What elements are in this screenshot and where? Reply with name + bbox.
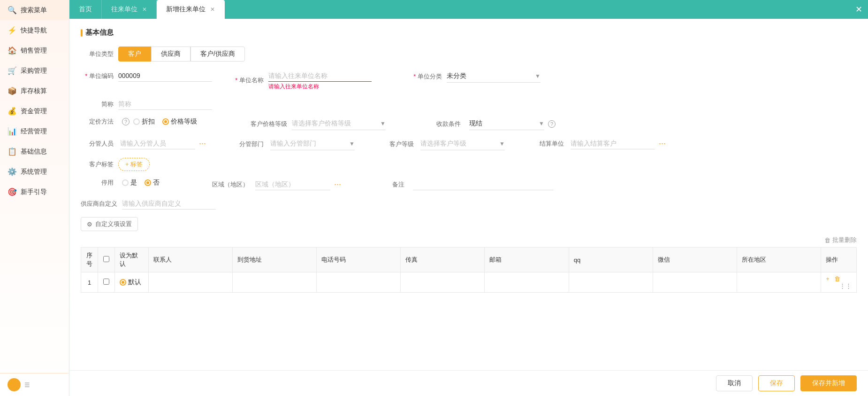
sidebar-label-new-guide: 新手引导 [21,188,47,196]
unit-name-input[interactable] [268,70,372,82]
fax-input[interactable] [405,279,480,286]
sidebar-item-purchase-mgmt[interactable]: 🛒 采购管理 [0,61,69,81]
customer-level-select[interactable]: 请选择客户等级 ▼ [420,138,505,150]
pricing-discount-radio-circle [133,118,140,125]
unit-category-label-text: 单位分类 [418,73,442,80]
delivery-address-input[interactable] [237,279,312,286]
payment-terms-select[interactable]: 现结 ▼ [469,117,544,130]
td-delivery-address[interactable] [232,272,316,293]
payment-terms-label: 收款条件 [428,120,465,128]
custom-setting-label: 自定义项设置 [95,220,132,228]
td-default[interactable]: 默认 [115,272,149,293]
form-group-abbreviation: 简称 [81,98,231,110]
row-add-button[interactable]: + [826,275,830,282]
select-all-checkbox[interactable] [103,256,109,262]
contact-input[interactable] [153,279,228,286]
settlement-unit-input[interactable] [571,138,655,149]
disabled-yes-radio[interactable]: 是 [122,179,137,187]
pricing-help-icon[interactable]: ? [122,118,129,125]
region-more-dots[interactable]: ··· [332,179,343,189]
disabled-no-circle [145,179,151,186]
pricing-method-label-text: 定价方法 [89,118,114,125]
payment-terms-help-icon[interactable]: ? [548,120,556,128]
tab-trading-units[interactable]: 往来单位 ✕ [102,0,157,19]
save-new-button[interactable]: 保存并新增 [800,375,857,391]
unit-category-select[interactable]: 未分类 ▼ [447,70,541,83]
th-fax: 传真 [401,248,485,272]
dept-select[interactable]: 请输入分管部门 ▼ [270,138,355,150]
customer-price-level-label: 客户价格等级 [250,120,292,128]
disabled-radio-group: 是 否 [122,179,160,187]
batch-delete-label: 批量删除 [832,236,857,244]
sidebar-label-inventory-calc: 库存核算 [21,87,47,95]
purchase-icon: 🛒 [8,66,17,75]
tab-home-label: 首页 [79,5,92,14]
dept-value: 请输入分管部门 [270,138,349,150]
email-input[interactable] [489,279,563,286]
row-delete-button[interactable]: 🗑 [834,275,840,282]
unit-code-input[interactable] [118,70,212,82]
td-checkbox[interactable] [98,272,115,293]
pricing-discount-radio[interactable]: 折扣 [133,117,155,126]
custom-setting-button[interactable]: ⚙ 自定义项设置 [81,217,138,231]
sidebar-item-ops-mgmt[interactable]: 📊 经营管理 [0,121,69,141]
customer-price-level-select[interactable]: 请选择客户价格等级 ▼ [292,117,386,130]
abbreviation-input[interactable] [118,98,212,110]
window-close-button[interactable]: ✕ [855,4,862,15]
unit-type-both-button[interactable]: 客户/供应商 [190,47,245,62]
sidebar-item-basic-info[interactable]: 📋 基础信息 [0,141,69,162]
unit-type-customer-button[interactable]: 客户 [118,47,151,62]
supplier-custom-input[interactable] [122,198,216,210]
td-phone[interactable] [317,272,401,293]
td-region[interactable] [737,272,821,293]
tab-new-trading-unit-close[interactable]: ✕ [210,6,215,13]
td-email[interactable] [485,272,569,293]
disabled-yes-label: 是 [130,179,137,187]
cancel-button[interactable]: 取消 [716,375,753,391]
td-contact[interactable] [148,272,232,293]
row-drag-handle[interactable]: ⋮⋮ [839,282,852,289]
wechat-input[interactable] [658,279,732,286]
row-checkbox[interactable] [103,279,109,285]
form-group-supplier-custom: 供应商自定义 [81,198,857,210]
tab-new-trading-unit-label: 新增往来单位 [166,5,206,14]
sidebar-item-sys-mgmt[interactable]: ⚙️ 系统管理 [0,162,69,182]
sidebar-item-sales-mgmt[interactable]: 🏠 销售管理 [0,40,69,61]
disabled-no-radio[interactable]: 否 [145,179,160,187]
save-button[interactable]: 保存 [758,375,795,391]
tab-new-trading-unit[interactable]: 新增往来单位 ✕ [157,0,225,19]
tab-home[interactable]: 首页 [69,0,102,19]
sidebar-item-finance-mgmt[interactable]: 💰 资金管理 [0,101,69,121]
settlement-unit-more-dots[interactable]: ··· [657,139,668,148]
sidebar-item-new-guide[interactable]: 🎯 新手引导 [0,182,69,202]
sidebar-item-inventory-calc[interactable]: 📦 库存核算 [0,81,69,101]
th-delivery-address: 到货地址 [232,248,316,272]
manager-input[interactable] [120,138,195,149]
qq-input[interactable] [574,279,648,286]
required-star-cat: * [413,73,416,80]
td-qq[interactable] [569,272,653,293]
phone-input[interactable] [321,279,396,286]
tag-add-button[interactable]: + 标签 [118,158,150,171]
batch-delete-button[interactable]: 🗑 批量删除 [824,236,857,244]
default-radio[interactable]: 默认 [120,278,144,287]
form-group-remarks: 备注 [372,179,857,190]
td-action: + 🗑 ⋮⋮ [821,272,857,293]
contacts-table: 序号 设为默认 联系人 到货地址 电话号码 传真 邮箱 qq 微信 所在地区 操… [81,247,857,293]
tab-trading-units-close[interactable]: ✕ [142,6,147,13]
sales-icon: 🏠 [8,46,17,55]
remarks-input[interactable] [413,179,554,190]
payment-terms-chevron: ▼ [539,120,544,127]
th-checkbox-all[interactable] [98,248,115,272]
td-fax[interactable] [401,272,485,293]
table-region-input[interactable] [742,279,816,286]
pricing-price-level-radio[interactable]: 价格等级 [162,117,197,126]
sidebar-item-search-menu[interactable]: 🔍 搜索菜单 [0,0,69,20]
form-row-supplier-custom: 供应商自定义 [81,198,857,210]
td-wechat[interactable] [653,272,737,293]
unit-type-supplier-button[interactable]: 供应商 [151,47,190,62]
region-input[interactable] [255,179,330,190]
sidebar-item-quick-nav[interactable]: ⚡ 快捷导航 [0,20,69,40]
manager-more-dots[interactable]: ··· [197,139,208,148]
customer-level-value: 请选择客户等级 [420,138,499,150]
